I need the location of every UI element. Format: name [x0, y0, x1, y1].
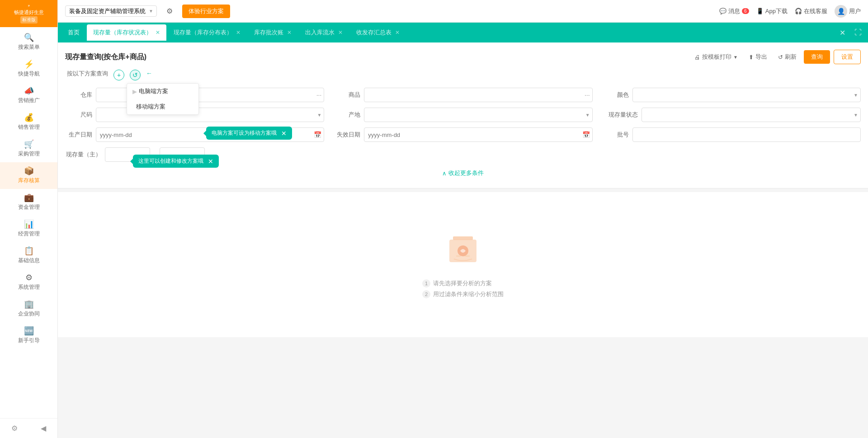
sidebar-bottom: ⚙ ◀	[0, 418, 57, 438]
sidebar-item-sales-label: 销售管理	[18, 123, 40, 131]
sidebar-item-basicinfo[interactable]: 📋 基础信息	[0, 242, 57, 269]
tab-inventory-status-close[interactable]: ✕	[156, 29, 160, 36]
stock-status-label: 现存量状态	[602, 111, 638, 119]
color-select[interactable]	[632, 88, 861, 102]
print-icon: 🖨	[694, 54, 700, 61]
stock-main-label: 现存量（主）	[65, 151, 101, 159]
tab-home-label: 首页	[68, 28, 80, 37]
online-support-item[interactable]: 🎧 在线客服	[795, 7, 827, 15]
scheme-item-mobile[interactable]: 移动端方案	[127, 99, 198, 114]
tab-in-out-flow[interactable]: 出入库流水 ✕	[299, 24, 349, 41]
svg-rect-3	[453, 236, 473, 240]
exp-date-wrap	[364, 127, 592, 142]
sidebar-item-purchase[interactable]: 🛒 采购管理	[0, 136, 57, 162]
empty-state: 1 请先选择要分析的方案 2 用过滤条件来缩小分析范围	[58, 192, 868, 337]
tab-recv-send-summary-close[interactable]: ✕	[395, 29, 400, 36]
print-button[interactable]: 🖨 按模板打印 ▼	[691, 51, 741, 63]
system-select[interactable]: 装备及固定资产辅助管理系统	[65, 5, 157, 17]
sales-icon: 💰	[24, 113, 34, 122]
sidebar-item-system[interactable]: ⚙ 系统管理	[0, 269, 57, 296]
sidebar-item-enterprise[interactable]: 🏢 企业协同	[0, 296, 57, 322]
marketing-icon: 📣	[24, 87, 34, 95]
enterprise-icon: 🏢	[24, 300, 34, 308]
sidebar-item-quicknav[interactable]: ⚡ 快捷导航	[0, 56, 57, 82]
empty-tip-1: 1 请先选择要分析的方案	[422, 279, 504, 287]
origin-select[interactable]	[364, 108, 592, 122]
add-icon: +	[117, 71, 121, 79]
color-label: 颜色	[602, 91, 629, 99]
origin-label: 产地	[333, 111, 360, 119]
page-title-row: 现存量查询(按仓库+商品) 🖨 按模板打印 ▼ ⬆ 导出 ↺ 刷新	[65, 50, 861, 64]
exp-date-label: 失效日期	[333, 131, 360, 139]
tooltip-pc-close[interactable]: ✕	[281, 130, 287, 137]
add-scheme-btn[interactable]: +	[113, 70, 124, 80]
scheme-pc-label: 电脑端方案	[139, 87, 168, 95]
tab-inventory-dist-close[interactable]: ✕	[236, 29, 241, 36]
collapse-button[interactable]: ∧ 收起更多条件	[442, 169, 484, 177]
page-content: 现存量查询(按仓库+商品) 🖨 按模板打印 ▼ ⬆ 导出 ↺ 刷新	[58, 42, 868, 438]
export-button[interactable]: ⬆ 导出	[745, 51, 771, 63]
tip-num-2: 2	[422, 290, 430, 298]
filter-panel: 现存量查询(按仓库+商品) 🖨 按模板打印 ▼ ⬆ 导出 ↺ 刷新	[58, 42, 868, 188]
sidebar-item-quicknav-label: 快捷导航	[18, 70, 40, 78]
sidebar-item-finance[interactable]: 💼 资金管理	[0, 189, 57, 216]
system-select-wrap: 装备及固定资产辅助管理系统	[65, 5, 157, 17]
sidebar-item-finance-label: 资金管理	[18, 203, 40, 211]
collapse-label: 收起更多条件	[448, 169, 484, 177]
tooltip-edit-close[interactable]: ✕	[208, 158, 213, 165]
message-item[interactable]: 💬 消息 6	[719, 7, 749, 15]
filter-field-origin: 产地	[333, 108, 592, 122]
refresh-scheme-btn[interactable]: ↺	[130, 70, 141, 80]
tab-inventory-dist-label: 现存量（库存分布表）	[174, 28, 232, 37]
sidebar-item-system-label: 系统管理	[18, 283, 40, 291]
online-support-label: 在线客服	[804, 7, 827, 15]
tab-inventory-status-label: 现存量（库存状况表）	[93, 28, 152, 37]
sidebar-item-operations[interactable]: 📊 经营管理	[0, 216, 57, 242]
sidebar-item-guide[interactable]: 🆕 新手引导	[0, 322, 57, 349]
tab-home[interactable]: 首页	[61, 24, 86, 41]
gear-button[interactable]: ⚙	[162, 4, 177, 19]
sidebar-item-inventory[interactable]: 📦 库存核算	[0, 162, 57, 189]
scheme-item-pc[interactable]: ▶ 电脑端方案	[127, 84, 198, 99]
sidebar-item-operations-label: 经营管理	[18, 230, 40, 238]
sidebar-item-search[interactable]: 🔍 搜索菜单	[0, 29, 57, 56]
settings-bottom-icon[interactable]: ⚙	[9, 422, 19, 434]
batch-input[interactable]	[632, 127, 861, 142]
print-label: 按模板打印	[702, 53, 731, 61]
industry-btn[interactable]: 体验行业方案	[182, 5, 230, 18]
query-button[interactable]: 查询	[804, 50, 830, 64]
back-scheme-btn[interactable]: ←	[146, 70, 152, 77]
mfg-date-label: 生产日期	[65, 131, 92, 139]
app-download-item[interactable]: 📱 App下载	[756, 7, 788, 15]
refresh-button[interactable]: ↺ 刷新	[774, 51, 800, 63]
tab-recv-send-summary[interactable]: 收发存汇总表 ✕	[350, 24, 406, 41]
empty-tips: 1 请先选择要分析的方案 2 用过滤条件来缩小分析范围	[422, 279, 504, 301]
tab-batch-account[interactable]: 库存批次账 ✕	[248, 24, 298, 41]
filter-field-goods: 商品	[333, 88, 592, 102]
goods-input[interactable]	[364, 88, 592, 102]
close-window-icon[interactable]: ✕	[837, 28, 848, 38]
sidebar-item-search-label: 搜索菜单	[18, 43, 40, 51]
exp-date-input[interactable]	[364, 127, 592, 142]
logo-sub-text: 标准版	[20, 16, 38, 24]
sidebar-item-guide-label: 新手引导	[18, 337, 40, 344]
collapse-sidebar-icon[interactable]: ◀	[39, 422, 48, 434]
top-header: 装备及固定资产辅助管理系统 ⚙ 体验行业方案 💬 消息 6 📱 App下载 🎧 …	[58, 0, 868, 23]
tab-inventory-status[interactable]: 现存量（库存状况表） ✕	[87, 24, 166, 41]
refresh-scheme-icon: ↺	[132, 71, 138, 79]
maximize-window-icon[interactable]: ⛶	[852, 28, 864, 38]
tab-in-out-flow-close[interactable]: ✕	[338, 29, 343, 36]
settings-button[interactable]: 设置	[834, 50, 861, 64]
inventory-icon: 📦	[24, 167, 34, 175]
title-actions: 🖨 按模板打印 ▼ ⬆ 导出 ↺ 刷新 查询 设置	[691, 50, 861, 64]
filter-field-exp-date: 失效日期	[333, 127, 592, 142]
chevron-right-icon: ▶	[132, 88, 137, 95]
user-item[interactable]: 👤 用户	[835, 5, 861, 18]
tab-inventory-dist[interactable]: 现存量（库存分布表） ✕	[167, 24, 247, 41]
goods-label: 商品	[333, 91, 360, 99]
sidebar-item-basicinfo-label: 基础信息	[18, 257, 40, 264]
sidebar-item-sales[interactable]: 💰 销售管理	[0, 109, 57, 136]
sidebar-item-marketing[interactable]: 📣 营销推广	[0, 82, 57, 109]
tab-batch-account-close[interactable]: ✕	[287, 29, 292, 36]
stock-status-select[interactable]	[642, 108, 861, 122]
